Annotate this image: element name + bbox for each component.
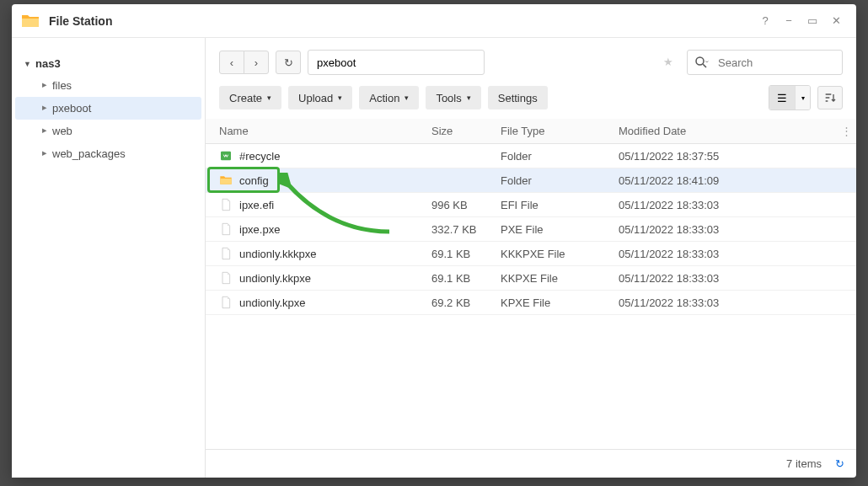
settings-button[interactable]: Settings [488, 86, 548, 109]
table-row[interactable]: #recycleFolder05/11/2022 18:37:55 [206, 144, 856, 168]
file-size: 332.7 KB [431, 223, 501, 236]
sidebar-item-web[interactable]: web [12, 120, 205, 142]
table-header: Name Size File Type Modified Date ⋮ [206, 119, 856, 144]
file-modified: 05/11/2022 18:33:03 [619, 272, 856, 285]
file-name: undionly.kkkpxe [239, 248, 431, 260]
file-name: #recycle [239, 150, 431, 163]
app-title: File Station [49, 14, 753, 28]
file-icon [219, 296, 233, 309]
col-modified[interactable]: Modified Date [619, 125, 836, 137]
tools-button[interactable]: Tools [426, 86, 480, 109]
star-icon: ★ [663, 56, 673, 68]
columns-menu-icon[interactable]: ⋮ [836, 125, 856, 137]
file-name: ipxe.pxe [239, 223, 431, 236]
file-size: 69.2 KB [431, 296, 501, 309]
action-button[interactable]: Action [359, 86, 419, 109]
folder-icon [219, 174, 233, 187]
table-row[interactable]: undionly.kkkpxe69.1 KBKKKPXE File05/11/2… [206, 242, 856, 266]
file-size: 69.1 KB [431, 272, 501, 285]
file-size: 69.1 KB [431, 248, 501, 260]
table-row[interactable]: undionly.kpxe69.2 KBKPXE File05/11/2022 … [206, 291, 856, 315]
file-icon [219, 198, 233, 211]
col-type[interactable]: File Type [501, 125, 619, 137]
file-type: Folder [501, 150, 619, 163]
tree-root[interactable]: nas3 [12, 53, 205, 74]
help-button[interactable]: ? [753, 9, 777, 33]
file-modified: 05/11/2022 18:33:03 [619, 199, 856, 211]
file-type: EFI File [501, 199, 619, 211]
file-name: ipxe.efi [239, 199, 431, 211]
sort-button[interactable] [817, 86, 843, 109]
forward-button[interactable]: › [244, 51, 269, 74]
sidebar-item-web_packages[interactable]: web_packages [12, 142, 205, 165]
path-input[interactable] [308, 50, 485, 75]
file-type: KKPXE File [501, 272, 619, 285]
status-refresh-icon[interactable]: ↻ [835, 457, 844, 470]
table-row[interactable]: configFolder05/11/2022 18:41:09 [206, 168, 856, 193]
file-icon [219, 247, 233, 260]
maximize-button[interactable]: ▭ [801, 9, 824, 33]
file-name: config [239, 174, 431, 187]
svg-rect-1 [221, 152, 231, 161]
view-mode-group: ☰ ▾ [769, 85, 811, 110]
file-icon [219, 222, 233, 236]
upload-button[interactable]: Upload [288, 86, 352, 109]
file-name: undionly.kpxe [239, 296, 431, 309]
file-table: Name Size File Type Modified Date ⋮ #rec… [206, 119, 856, 449]
file-name: undionly.kkpxe [239, 272, 431, 285]
file-modified: 05/11/2022 18:33:03 [619, 223, 856, 236]
file-type: Folder [501, 174, 619, 187]
file-type: KKKPXE File [501, 248, 619, 260]
create-button[interactable]: Create [219, 86, 281, 109]
file-modified: 05/11/2022 18:33:03 [619, 248, 856, 260]
refresh-button[interactable]: ↻ [276, 51, 301, 74]
file-modified: 05/11/2022 18:41:09 [619, 174, 856, 187]
file-modified: 05/11/2022 18:37:55 [619, 150, 856, 163]
view-list-button[interactable]: ☰ [769, 86, 795, 109]
item-count: 7 items [786, 457, 822, 470]
file-modified: 05/11/2022 18:33:03 [619, 296, 856, 309]
view-dropdown-button[interactable]: ▾ [795, 86, 810, 109]
app-icon [20, 11, 40, 31]
table-row[interactable]: undionly.kkpxe69.1 KBKKPXE File05/11/202… [206, 266, 856, 291]
search-icon [694, 55, 709, 72]
close-button[interactable]: ✕ [824, 9, 848, 33]
file-icon [219, 271, 233, 285]
table-row[interactable]: ipxe.efi996 KBEFI File05/11/2022 18:33:0… [206, 193, 856, 217]
sidebar-item-files[interactable]: files [12, 74, 205, 97]
minimize-button[interactable]: − [777, 9, 801, 33]
back-button[interactable]: ‹ [219, 51, 244, 74]
file-size: 996 KB [431, 199, 501, 211]
file-type: KPXE File [501, 296, 619, 309]
svg-point-0 [696, 57, 704, 65]
search-input[interactable] [687, 50, 843, 75]
file-type: PXE File [501, 223, 619, 236]
col-size[interactable]: Size [431, 125, 501, 137]
table-row[interactable]: ipxe.pxe332.7 KBPXE File05/11/2022 18:33… [206, 217, 856, 242]
sidebar-item-pxeboot[interactable]: pxeboot [15, 97, 201, 120]
col-name[interactable]: Name [219, 125, 431, 137]
recycle-icon [219, 149, 233, 163]
sidebar: nas3 filespxebootwebweb_packages [12, 38, 206, 478]
